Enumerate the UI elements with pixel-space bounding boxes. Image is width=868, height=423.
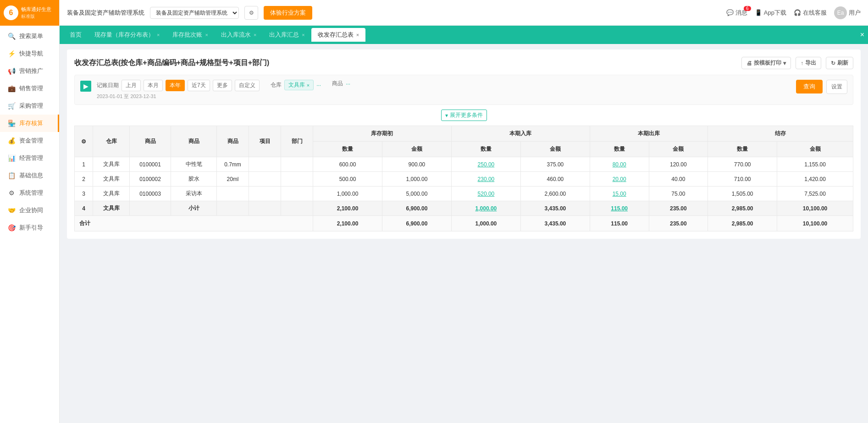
clipboard-icon: 📋 <box>7 171 16 180</box>
sidebar-item-label: 基础信息 <box>19 171 43 180</box>
store-icon: 🏪 <box>7 119 16 127</box>
sidebar-item-search[interactable]: 🔍 搜索菜单 <box>0 27 59 45</box>
message-icon: 💬 <box>726 9 734 16</box>
tab-label: 库存批次账 <box>172 31 202 39</box>
title-actions: 🖨 按模板打印 ▾ ↑ 导出 ↻ 刷新 <box>741 57 853 69</box>
settings-icon: ⚙ <box>249 10 254 16</box>
tab-label: 收发存汇总表 <box>318 31 354 39</box>
cell-out-qty[interactable]: 15.00 <box>590 187 649 201</box>
sidebar-item-basic[interactable]: 📋 基础信息 <box>0 167 59 184</box>
cell-in-qty[interactable]: 1,000.00 <box>451 201 520 216</box>
th-bal-amt: 金额 <box>777 142 853 157</box>
user-menu[interactable]: Ea 用户 <box>834 6 861 19</box>
sidebar-item-quick-nav[interactable]: ⚡ 快捷导航 <box>0 45 59 62</box>
cell-project <box>249 157 281 172</box>
th-spec: 商品 <box>217 126 249 157</box>
date-btn-more[interactable]: 更多 <box>213 80 232 91</box>
sidebar-item-marketing[interactable]: 📢 营销推广 <box>0 62 59 80</box>
sidebar-item-operations[interactable]: 📊 经营管理 <box>0 149 59 167</box>
cell-name: 胶水 <box>171 172 217 187</box>
sidebar-item-corp[interactable]: 🤝 企业协同 <box>0 202 59 219</box>
tab-home[interactable]: 首页 <box>63 28 88 42</box>
cell-out-qty[interactable]: 115.00 <box>590 201 649 216</box>
table-row: 1 文具库 0100001 中性笔 0.7mm 600.00 900.00 25… <box>75 157 853 172</box>
warehouse-more[interactable]: ··· <box>316 82 321 88</box>
expand-filter-btn[interactable]: ▾ 展开更多条件 <box>441 110 487 121</box>
tabs-bar: 首页 现存量（库存分布表） × 库存批次账 × 出入库流水 × 出入库汇总 × … <box>60 26 868 44</box>
tab-receipt-summary[interactable]: 收发存汇总表 × <box>311 28 365 42</box>
tab-close-icon[interactable]: × <box>356 32 359 38</box>
tab-inout-flow[interactable]: 出入库流水 × <box>215 28 263 42</box>
cell-spec <box>217 187 249 201</box>
date-btn-7days[interactable]: 近7天 <box>188 80 210 91</box>
cell-open-amt: 5,000.00 <box>382 187 451 201</box>
cell-in-qty[interactable]: 250.00 <box>451 157 520 172</box>
sidebar-item-guide[interactable]: 🎯 新手引导 <box>0 219 59 236</box>
online-service-btn[interactable]: 🎧 在线客服 <box>794 9 827 17</box>
cell-out-qty[interactable]: 20.00 <box>590 172 649 187</box>
cell-out-qty[interactable]: 80.00 <box>590 157 649 172</box>
goods-more[interactable]: ··· <box>346 81 350 87</box>
date-btn-custom[interactable]: 自定义 <box>235 80 260 91</box>
megaphone-icon: 📢 <box>7 67 16 75</box>
cell-spec: 0.7mm <box>217 157 249 172</box>
date-btn-this-year[interactable]: 本年 <box>166 80 185 91</box>
th-out: 本期出库 <box>590 126 708 142</box>
user-label: 用户 <box>849 9 861 17</box>
tab-close-all[interactable]: × <box>860 31 864 39</box>
cell-dept <box>281 157 313 172</box>
filter-toggle-btn[interactable]: ▶ <box>80 81 91 92</box>
query-btn[interactable]: 查询 <box>796 80 823 93</box>
footer-out-amt: 235.00 <box>649 216 708 231</box>
tab-stock-dist[interactable]: 现存量（库存分布表） × <box>88 28 166 42</box>
tab-close-icon[interactable]: × <box>302 32 304 38</box>
filter-date-row: 记账日期 上月 本月 本年 近7天 更多 自定义 <box>97 80 260 91</box>
chart-icon: 📊 <box>7 154 16 162</box>
page-title-row: 收发存汇总表(按仓库+商品编码+商品+规格型号+项目+部门) 🖨 按模板打印 ▾… <box>74 57 853 69</box>
sidebar-item-system[interactable]: ⚙ 系统管理 <box>0 184 59 202</box>
cell-open-amt: 900.00 <box>382 157 451 172</box>
date-btn-last-month[interactable]: 上月 <box>122 80 141 91</box>
main-content: 首页 现存量（库存分布表） × 库存批次账 × 出入库流水 × 出入库汇总 × … <box>60 0 868 244</box>
filter-goods-group: 商品 ··· <box>332 80 350 88</box>
sidebar-item-label: 企业协同 <box>19 206 43 214</box>
refresh-label: 刷新 <box>837 59 848 67</box>
tab-close-icon[interactable]: × <box>205 32 208 38</box>
warehouse-tag-close[interactable]: × <box>307 82 310 88</box>
print-btn[interactable]: 🖨 按模板打印 ▾ <box>741 57 791 69</box>
header-right: 💬 消息 6 📱 App下载 🎧 在线客服 Ea 用户 <box>726 6 861 19</box>
cell-code: 0100002 <box>130 172 171 187</box>
message-btn[interactable]: 💬 消息 6 <box>726 9 747 17</box>
arrow-right-icon: ▶ <box>83 82 88 90</box>
sidebar-item-label: 采购管理 <box>19 102 43 110</box>
cell-in-qty[interactable]: 520.00 <box>451 187 520 201</box>
tab-inout-summary[interactable]: 出入库汇总 × <box>263 28 311 42</box>
th-project: 项目 <box>249 126 281 157</box>
handshake-icon: 🤝 <box>7 206 16 214</box>
sidebar-item-inventory[interactable]: 🏪 库存核算 <box>0 115 59 132</box>
system-selector[interactable]: 装备及固定资产辅助管理系统 <box>150 7 239 19</box>
refresh-btn[interactable]: ↻ 刷新 <box>826 57 853 69</box>
logo-title: 畅库通好生意 <box>21 6 51 13</box>
tab-close-icon[interactable]: × <box>157 32 160 38</box>
app-download-btn[interactable]: 📱 App下载 <box>755 9 786 17</box>
export-btn[interactable]: ↑ 导出 <box>796 57 821 69</box>
sidebar-item-purchase[interactable]: 🛒 采购管理 <box>0 97 59 115</box>
th-name: 商品 <box>171 126 217 157</box>
th-out-amt: 金额 <box>649 142 708 157</box>
cell-name: 中性笔 <box>171 157 217 172</box>
tab-batch-ledger[interactable]: 库存批次账 × <box>166 28 214 42</box>
trial-btn[interactable]: 体验行业方案 <box>264 6 312 20</box>
date-btn-this-month[interactable]: 本月 <box>144 80 163 91</box>
tab-close-icon[interactable]: × <box>254 32 256 38</box>
cell-in-qty[interactable]: 230.00 <box>451 172 520 187</box>
filter-settings-btn[interactable]: 设置 <box>826 80 847 94</box>
warehouse-tags: 文具库 × ··· <box>284 80 321 90</box>
cell-bal-amt: 7,525.00 <box>777 187 853 201</box>
settings-button[interactable]: ⚙ <box>244 6 258 20</box>
print-icon: 🖨 <box>746 60 752 66</box>
sidebar-item-label: 销售管理 <box>19 84 43 93</box>
header: 装备及固定资产辅助管理系统 装备及固定资产辅助管理系统 ⚙ 体验行业方案 💬 消… <box>60 0 868 26</box>
sidebar-item-sales[interactable]: 💼 销售管理 <box>0 80 59 97</box>
sidebar-item-finance[interactable]: 💰 资金管理 <box>0 132 59 149</box>
